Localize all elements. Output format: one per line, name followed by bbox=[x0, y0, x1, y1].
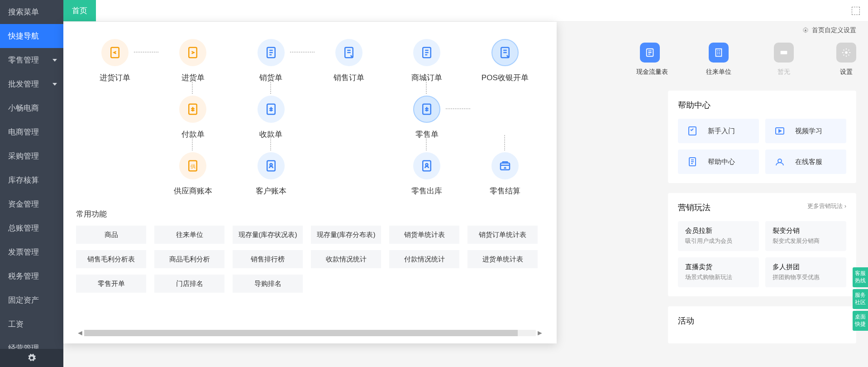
float-community[interactable]: 服务社区 bbox=[853, 289, 868, 309]
sidebar-item-invoice[interactable]: 发票管理 bbox=[0, 240, 63, 264]
help-title: 帮助中心 bbox=[678, 100, 846, 111]
scroll-right-icon[interactable]: ► bbox=[536, 329, 544, 337]
supplier-icon: 供 bbox=[186, 159, 200, 173]
fn-btn-purchase-stat[interactable]: 进货单统计表 bbox=[467, 250, 538, 268]
fn-btn-product-profit[interactable]: 商品毛利分析 bbox=[154, 250, 224, 268]
flow-node-payment[interactable]: 付款单 bbox=[154, 96, 232, 140]
flow-node-customer-ledger[interactable]: 客户账本 bbox=[232, 152, 310, 196]
sidebar-item-ecommerce[interactable]: 电商管理 bbox=[0, 120, 63, 144]
order-in-icon bbox=[108, 46, 122, 59]
pos-icon bbox=[498, 46, 512, 59]
flow-node-sales-order[interactable]: 销售订单 bbox=[310, 39, 388, 83]
fn-btn-product[interactable]: 商品 bbox=[76, 226, 146, 244]
scroll-left-icon[interactable]: ◄ bbox=[76, 329, 84, 337]
chevron-down-icon bbox=[52, 59, 57, 62]
help-panel: 帮助中心 新手入门 视频学习 帮助中心 在线客服 bbox=[668, 91, 856, 183]
flow-node-purchase-bill[interactable]: 进货单 bbox=[154, 39, 232, 83]
marketing-title: 营销玩法更多营销玩法 › bbox=[678, 202, 846, 213]
sidebar-item-search[interactable]: 搜索菜单 bbox=[0, 0, 63, 24]
fn-btn-salesorder-stat[interactable]: 销货订单统计表 bbox=[467, 226, 538, 244]
shortcut-strip: 现金流量表 往来单位 暂无 设置 bbox=[668, 43, 856, 76]
placeholder-icon bbox=[779, 48, 789, 58]
sidebar-item-retail[interactable]: 零售管理 bbox=[0, 48, 63, 72]
tab-home[interactable]: 首页 bbox=[63, 0, 96, 21]
svg-rect-3 bbox=[781, 51, 787, 54]
sidebar-item-purchase[interactable]: 采购管理 bbox=[0, 144, 63, 168]
fn-btn-contacts[interactable]: 往来单位 bbox=[154, 226, 224, 244]
svg-rect-5 bbox=[689, 127, 696, 135]
flow-node-retail-bill[interactable]: 零售单 bbox=[388, 96, 466, 140]
sidebar-item-assets[interactable]: 固定资产 bbox=[0, 288, 63, 312]
shortcut-cashflow[interactable]: 现金流量表 bbox=[636, 43, 663, 76]
svg-point-4 bbox=[845, 51, 848, 54]
flow-node-sales-bill[interactable]: 销货单 bbox=[232, 39, 310, 83]
sidebar-item-funds[interactable]: 资金管理 bbox=[0, 192, 63, 216]
flow-node-mall-order[interactable]: 商城订单 bbox=[388, 39, 466, 83]
order-out-icon bbox=[186, 46, 200, 59]
help-card-center[interactable]: 帮助中心 bbox=[678, 150, 759, 174]
float-buttons: 客服热线 服务社区 桌面快捷 bbox=[853, 267, 868, 333]
custom-setting-link[interactable]: 首页自定义设置 bbox=[668, 22, 856, 43]
svg-point-8 bbox=[778, 159, 782, 163]
building-icon bbox=[714, 48, 724, 58]
fn-btn-sales-rank[interactable]: 销售排行榜 bbox=[233, 250, 303, 268]
sidebar-settings[interactable] bbox=[0, 349, 63, 367]
sidebar: 搜索菜单 快捷导航 零售管理 批发管理 小畅电商 电商管理 采购管理 库存核算 … bbox=[0, 0, 63, 367]
activity-title: 活动 bbox=[678, 315, 846, 326]
marketing-panel: 营销玩法更多营销玩法 › 会员拉新吸引用户成为会员 裂变分销裂变式发展分销商 直… bbox=[668, 193, 856, 296]
doc-icon bbox=[687, 156, 698, 167]
fn-btn-retail-bill[interactable]: 零售开单 bbox=[76, 275, 146, 293]
shortcut-contacts[interactable]: 往来单位 bbox=[706, 43, 731, 76]
fn-btn-store-rank[interactable]: 门店排名 bbox=[154, 275, 224, 293]
sidebar-item-quicknav[interactable]: 快捷导航 bbox=[0, 24, 63, 48]
float-hotline[interactable]: 客服热线 bbox=[853, 267, 868, 287]
fn-btn-sales-profit[interactable]: 销售毛利分析表 bbox=[76, 250, 146, 268]
svg-point-0 bbox=[805, 29, 806, 31]
checklist-icon bbox=[687, 126, 698, 136]
outbound-icon bbox=[420, 159, 434, 173]
fn-btn-sales-stat[interactable]: 销货单统计表 bbox=[389, 226, 459, 244]
money-icon bbox=[264, 102, 278, 116]
sidebar-item-tax[interactable]: 税务管理 bbox=[0, 264, 63, 288]
mkt-card-group[interactable]: 多人拼团拼团购物享受优惠 bbox=[765, 257, 846, 287]
report-icon bbox=[645, 48, 655, 58]
flow-node-retail-out[interactable]: 零售出库 bbox=[388, 152, 466, 196]
list-icon bbox=[264, 46, 278, 59]
mkt-card-member[interactable]: 会员拉新吸引用户成为会员 bbox=[678, 221, 759, 251]
float-desktop[interactable]: 桌面快捷 bbox=[853, 311, 868, 331]
fullscreen-icon[interactable] bbox=[852, 7, 860, 15]
common-functions-grid: 商品 往来单位 现存量(库存状况表) 现存量(库存分布表) 销货单统计表 销货订… bbox=[76, 226, 544, 293]
flow-node-retail-settle[interactable]: 零售结算 bbox=[466, 152, 544, 196]
fn-btn-receipt-stat[interactable]: 收款情况统计 bbox=[311, 250, 381, 268]
marketing-more-link[interactable]: 更多营销玩法 › bbox=[807, 202, 846, 210]
sidebar-item-inventory[interactable]: 库存核算 bbox=[0, 168, 63, 192]
fn-btn-stock-status[interactable]: 现存量(库存状况表) bbox=[233, 226, 303, 244]
doc-fold-icon bbox=[342, 46, 356, 59]
money-icon bbox=[420, 102, 434, 116]
flow-node-pos[interactable]: POS收银开单 bbox=[466, 39, 544, 83]
fn-btn-stock-dist[interactable]: 现存量(库存分布表) bbox=[311, 226, 381, 244]
quicknav-flyout: 进货订单 进货单 销货单 销售订单 商城订单 POS收银开单 bbox=[63, 22, 557, 343]
svg-point-21 bbox=[270, 164, 272, 166]
flow-node-receipt[interactable]: 收款单 bbox=[232, 96, 310, 140]
flow-node-supplier-ledger[interactable]: 供 供应商账本 bbox=[154, 152, 232, 196]
flyout-scrollbar[interactable]: ◄ ► bbox=[76, 329, 544, 337]
fn-btn-payment-stat[interactable]: 付款情况统计 bbox=[389, 250, 459, 268]
svg-rect-2 bbox=[716, 49, 722, 57]
help-card-support[interactable]: 在线客服 bbox=[765, 150, 846, 174]
sidebar-item-wholesale[interactable]: 批发管理 bbox=[0, 72, 63, 96]
sidebar-item-xiaochang[interactable]: 小畅电商 bbox=[0, 96, 63, 120]
svg-text:供: 供 bbox=[191, 164, 196, 169]
sidebar-item-ledger[interactable]: 总账管理 bbox=[0, 216, 63, 240]
chevron-down-icon bbox=[52, 83, 57, 86]
mkt-card-fission[interactable]: 裂变分销裂变式发展分销商 bbox=[765, 221, 846, 251]
shortcut-settings[interactable]: 设置 bbox=[836, 43, 856, 76]
shortcut-empty[interactable]: 暂无 bbox=[774, 43, 794, 76]
help-card-video[interactable]: 视频学习 bbox=[765, 119, 846, 143]
mkt-card-live[interactable]: 直播卖货场景式购物新玩法 bbox=[678, 257, 759, 287]
common-functions-title: 常用功能 bbox=[76, 209, 544, 219]
fn-btn-guide-rank[interactable]: 导购排名 bbox=[233, 275, 303, 293]
help-card-newbie[interactable]: 新手入门 bbox=[678, 119, 759, 143]
flow-node-purchase-order[interactable]: 进货订单 bbox=[76, 39, 154, 83]
sidebar-item-salary[interactable]: 工资 bbox=[0, 312, 63, 336]
